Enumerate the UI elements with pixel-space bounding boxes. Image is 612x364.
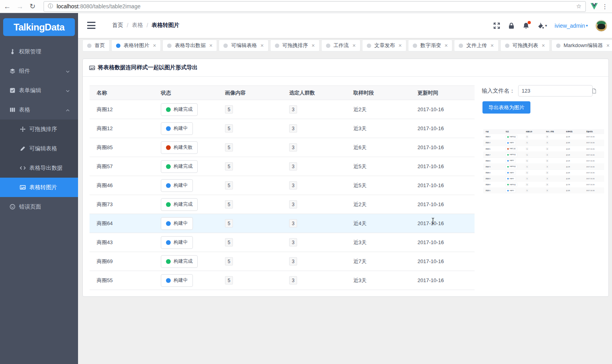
status-button[interactable]: 构建完成 [506,153,517,157]
breadcrumb-tables[interactable]: 表格 [132,22,143,29]
cell-portrait-count: 5 [225,124,233,133]
avatar[interactable] [595,20,607,32]
close-icon[interactable]: × [398,43,402,48]
status-button[interactable]: 构建完成 [506,183,517,187]
status-button[interactable]: 构建中 [161,179,193,192]
theme-switch[interactable]: ▾ [537,22,547,29]
cell-updated: 2017-10-16 [410,176,475,195]
sidebar-item-error-pages[interactable]: 错误页面 [0,197,78,216]
chevron-down-icon [65,88,70,93]
status-button[interactable]: 构建中 [161,236,193,249]
app-header: 首页 / 表格 / 表格转图片 ▾ iview_admin ▾ [78,13,612,38]
browser-menu-icon[interactable]: ⋮ [602,3,608,10]
tab-dot [326,44,330,48]
status-button[interactable]: 构建中 [506,141,516,145]
tab-table2image[interactable]: 表格转图片× [111,40,161,51]
status-button[interactable]: 构建中 [506,176,516,180]
table-row: 商圈46构建中53近5天2017-10-16 [90,176,475,195]
notification-bell-icon[interactable] [522,22,530,29]
sidebar-submenu-tables: 可拖拽排序可编辑表格表格导出数据表格转图片 [0,119,78,197]
tab-home[interactable]: 首页 [82,40,110,51]
breadcrumb-home[interactable]: 首页 [112,22,123,29]
document-icon [591,88,597,94]
tab-label: 数字渐变 [420,42,441,49]
close-icon[interactable]: × [312,43,315,48]
browser-back-icon[interactable]: ← [2,1,13,12]
status-button[interactable]: 构建完成 [506,135,517,139]
status-button[interactable]: 构建失败 [506,147,517,151]
browser-refresh-icon[interactable]: ↻ [27,1,38,12]
cell-name: 商圈12 [90,119,154,138]
menu-toggle-icon[interactable] [87,22,95,29]
cell-updated: 2017-10-16 [584,188,604,193]
close-icon[interactable]: × [353,43,356,48]
vue-devtools-icon[interactable] [590,3,599,10]
app-logo[interactable]: TalkingData [3,18,75,36]
tab-number-gradient[interactable]: 数字渐变× [408,40,452,51]
status-button[interactable]: 构建中 [161,122,193,135]
close-icon[interactable]: × [606,43,610,48]
chevron-down-icon: ▾ [586,23,588,28]
cell-updated: 2017-10-16 [584,158,604,164]
close-icon[interactable]: × [542,43,545,48]
tab-article-publish[interactable]: 文章发布× [362,40,406,51]
cell-updated: 2017-10-16 [584,182,604,188]
close-icon[interactable]: × [260,43,263,48]
export-image-button[interactable]: 导出表格为图片 [482,101,530,114]
sidebar-item-editable-table[interactable]: 可编辑表格 [0,139,78,158]
filename-input[interactable] [522,88,591,94]
tab-file-upload[interactable]: 文件上传× [454,40,498,51]
status-button[interactable]: 构建中 [161,274,193,287]
cell-portrait-count: 5 [526,159,528,162]
image-icon [89,65,95,71]
sidebar-item-tables[interactable]: 表格 [0,100,78,119]
status-button[interactable]: 构建中 [161,217,193,230]
lock-icon[interactable] [508,22,515,29]
tab-drag-list[interactable]: 可拖拽列表× [500,40,550,51]
cell-people-count: 3 [289,143,297,152]
tab-drag-sort[interactable]: 可拖拽排序× [270,40,320,51]
sidebar-item-components[interactable]: 组件 [0,61,78,81]
status-button[interactable]: 构建中 [506,159,516,163]
tab-label: 表格导出数据 [175,42,206,49]
close-icon[interactable]: × [444,43,448,48]
column-header: 名称 [90,86,154,100]
sidebar-item-export-data[interactable]: 表格导出数据 [0,158,78,178]
page-info-icon[interactable]: ⓘ [48,3,53,10]
sidebar-item-drag-sort[interactable]: 可拖拽排序 [0,119,78,139]
browser-forward-icon[interactable]: → [14,1,25,12]
cell-portrait-count: 5 [526,142,528,144]
status-button[interactable]: 构建完成 [161,198,198,211]
status-button[interactable]: 构建完成 [161,103,198,116]
tab-markdown-editor[interactable]: Markdown编辑器× [551,40,612,51]
sidebar-item-permission[interactable]: 权限管理 [0,42,78,61]
content-area: 将表格数据连同样式一起以图片形式导出 名称状态画像内容选定人群数取样时段更新时间… [78,53,612,364]
sidebar-item-form-edit[interactable]: 表单编辑 [0,81,78,100]
close-icon[interactable]: × [153,43,156,48]
address-bar[interactable]: ⓘ localhost:8080/tables/table2image ☆ [44,1,586,12]
tab-workflow[interactable]: 工作流× [321,40,360,51]
table-row: 商圈55构建中53近3天2017-10-16 [483,188,604,193]
status-dot [507,160,509,161]
close-icon[interactable]: × [490,43,494,48]
image-icon [20,184,26,190]
user-menu[interactable]: iview_admin ▾ [555,23,588,29]
close-icon[interactable]: × [209,43,212,48]
status-dot [507,172,509,174]
tab-export-data[interactable]: 表格导出数据× [162,40,217,51]
status-button[interactable]: 构建中 [506,189,516,193]
cell-period: 近3天 [564,176,584,182]
cell-name: 商圈55 [90,271,154,290]
sidebar-item-table2image[interactable]: 表格转图片 [0,178,78,197]
status-button[interactable]: 构建完成 [506,165,517,169]
cell-period: 近4天 [346,214,410,233]
tab-editable-table[interactable]: 可编辑表格× [219,40,268,51]
status-button[interactable]: 构建失败 [161,141,198,154]
status-button[interactable]: 构建完成 [161,160,198,173]
cell-updated: 2017-10-16 [584,152,604,158]
bookmark-star-icon[interactable]: ☆ [576,3,581,10]
status-button[interactable]: 构建中 [506,171,516,174]
fullscreen-icon[interactable] [493,22,500,29]
status-button[interactable]: 构建完成 [161,255,198,268]
notification-badge [528,21,531,24]
